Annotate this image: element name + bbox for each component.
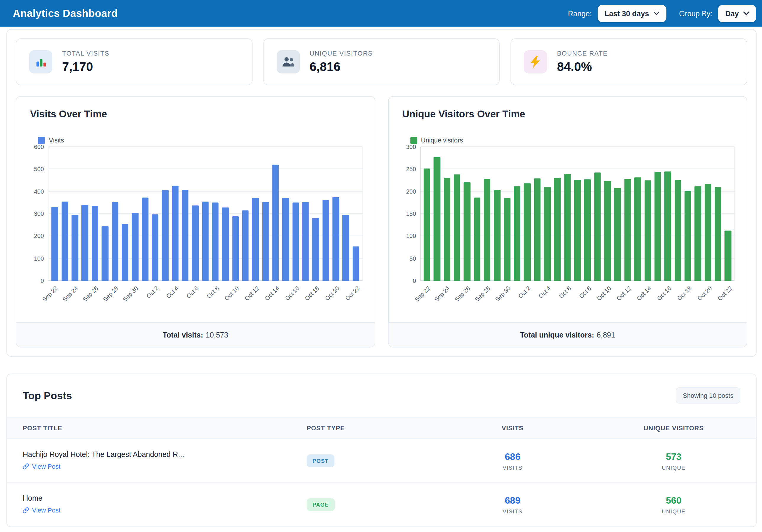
bar — [454, 175, 460, 281]
y-tick-label: 600 — [34, 143, 44, 150]
page-title: Analytics Dashboard — [13, 7, 118, 19]
bar-slot — [452, 147, 462, 281]
bar — [232, 216, 239, 281]
y-tick-label: 50 — [410, 255, 416, 262]
bar — [434, 157, 440, 281]
view-post-link[interactable]: View Post — [23, 506, 61, 514]
x-label-slot: Oct 22 — [723, 281, 733, 308]
view-post-link[interactable]: View Post — [23, 463, 61, 470]
bounce-rate-card: BOUNCE RATE 84.0% — [510, 38, 747, 85]
y-tick-label: 0 — [40, 278, 44, 284]
bar — [634, 177, 641, 281]
x-label-slot: Sep 24 — [442, 281, 452, 308]
bar-slot — [160, 147, 170, 281]
x-tick-label: Sep 22 — [413, 285, 431, 303]
bar — [132, 213, 138, 281]
bar — [142, 198, 148, 281]
bar — [464, 182, 470, 281]
x-label-slot: Oct 12 — [251, 281, 261, 308]
bar-slot — [663, 147, 673, 281]
bar — [333, 197, 339, 281]
range-select[interactable]: Last 30 days — [598, 5, 666, 22]
bar — [282, 198, 289, 281]
view-post-label: View Post — [32, 463, 60, 470]
bar-slot — [562, 147, 572, 281]
x-label-slot: Oct 18 — [311, 281, 321, 308]
bar-slot — [281, 147, 291, 281]
x-label-slot: Sep 22 — [49, 281, 59, 308]
bar-slot — [200, 147, 210, 281]
y-tick-label: 100 — [406, 233, 416, 240]
x-label-slot: Oct 16 — [291, 281, 301, 308]
top-posts-card: Top Posts Showing 10 posts POST TITLE PO… — [7, 373, 757, 527]
legend-swatch — [410, 137, 417, 144]
chart-footer: Total unique visitors:6,891 — [388, 322, 747, 347]
bar — [725, 231, 731, 281]
bar — [343, 215, 349, 281]
bar-slot — [713, 147, 723, 281]
x-label-slot: Oct 14 — [271, 281, 281, 308]
legend-swatch — [38, 137, 45, 144]
column-header-post-type: POST TYPE — [306, 425, 434, 432]
x-label-slot: Oct 14 — [643, 281, 653, 308]
bar — [594, 172, 601, 281]
table-row: Hachijo Royal Hotel: The Largest Abandon… — [7, 439, 756, 483]
bar-slot — [472, 147, 482, 281]
group-by-select[interactable]: Day — [718, 5, 756, 22]
y-tick-label: 500 — [34, 166, 44, 172]
bar-slot — [603, 147, 613, 281]
bar — [122, 224, 128, 281]
bar — [564, 174, 571, 281]
bar-slot — [70, 147, 80, 281]
x-label-slot: Oct 4 — [170, 281, 180, 308]
bar-slot — [150, 147, 160, 281]
x-label-slot: Oct 6 — [190, 281, 200, 308]
bar-slot — [643, 147, 653, 281]
x-label-slot: Sep 26 — [90, 281, 100, 308]
visits-count-label: VISITS — [434, 508, 591, 514]
bar-slot — [653, 147, 663, 281]
bar-slot — [50, 147, 60, 281]
chart-footer: Total visits:10,573 — [16, 322, 374, 347]
bar — [444, 178, 450, 281]
column-header-unique-visitors: UNIQUE VISITORS — [591, 425, 756, 432]
x-axis-labels: Sep 22Sep 24Sep 26Sep 28Sep 30Oct 2Oct 4… — [48, 281, 363, 308]
bar-slot — [432, 147, 442, 281]
y-tick-label: 300 — [34, 210, 44, 217]
y-tick-label: 200 — [34, 233, 44, 240]
bar-slot — [623, 147, 633, 281]
bar — [644, 180, 651, 281]
bar-slot — [331, 147, 341, 281]
unique-count-label: UNIQUE — [591, 508, 756, 514]
unique-count: 573 — [591, 451, 756, 462]
bar — [222, 208, 229, 281]
bar — [554, 178, 561, 281]
bar-slot — [351, 147, 361, 281]
bar — [614, 187, 621, 281]
bars — [48, 147, 362, 281]
bar — [152, 215, 158, 281]
column-header-post-title: POST TITLE — [7, 425, 306, 432]
range-value: Last 30 days — [605, 9, 649, 18]
bar-slot — [633, 147, 643, 281]
bar — [61, 202, 68, 281]
plot-area — [48, 147, 363, 281]
unique-count-label: UNIQUE — [591, 464, 756, 470]
bar-slot — [592, 147, 603, 281]
bar-slot — [170, 147, 180, 281]
unique-visitors-over-time-chart: Unique Visitors Over Time Unique visitor… — [388, 96, 747, 347]
bar-slot — [190, 147, 200, 281]
post-title: Home — [23, 494, 307, 502]
post-type-badge: PAGE — [306, 498, 335, 511]
bar-slot — [462, 147, 472, 281]
dashboard-panel: TOTAL VISITS 7,170 UNIQUE VISITORS 6,816 — [7, 29, 757, 357]
bar — [212, 203, 219, 281]
x-label-slot: Oct 10 — [603, 281, 613, 308]
x-label-slot: Sep 30 — [502, 281, 512, 308]
x-label-slot: Oct 8 — [210, 281, 220, 308]
y-tick-label: 400 — [34, 188, 44, 195]
bar-slot — [552, 147, 562, 281]
lightning-icon — [524, 50, 547, 73]
bar — [504, 198, 510, 281]
x-label-slot: Oct 20 — [331, 281, 341, 308]
